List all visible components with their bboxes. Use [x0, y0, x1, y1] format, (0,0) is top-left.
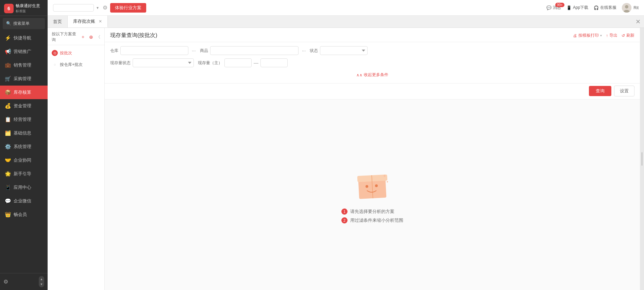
breadcrumb-input[interactable]: [53, 4, 94, 12]
guide-icon: 🌟: [5, 171, 11, 177]
svg-text:✦: ✦: [383, 173, 387, 179]
inventory-qty-from[interactable]: [224, 58, 252, 67]
hint-num-2: 2: [341, 217, 348, 223]
scroll-down-icon[interactable]: ▼: [40, 282, 43, 287]
sidebar-item-finance[interactable]: 💰 资金管理: [0, 99, 48, 113]
print-dropdown-icon[interactable]: ▾: [600, 34, 602, 37]
plan-item-by-batch[interactable]: ⊙ 按批次: [48, 47, 104, 59]
refresh-btn[interactable]: ↺ 刷新: [622, 33, 634, 38]
main-area: ▾ ⚙ 体验行业方案 💬 消息 99+ 📱 App下载 🎧 在线客服: [48, 0, 644, 290]
right-panel: 现存量查询(按批次) 🖨 按模板打印 ▾ ↑ 导出 ↺: [105, 28, 640, 290]
export-btn[interactable]: ↑ 导出: [606, 33, 617, 38]
tab-close-all-icon[interactable]: ✕: [635, 18, 641, 25]
download-icon: 📱: [566, 5, 572, 10]
product-input[interactable]: [210, 46, 299, 55]
collapse-panel-icon[interactable]: 《: [96, 34, 100, 40]
sidebar-item-label: 基础信息: [14, 130, 31, 136]
messages-badge: 99+: [555, 3, 564, 7]
inventory-status-filter: 现存量状态: [110, 58, 194, 67]
collapse-more-btn[interactable]: ∧∧ 收起更多条件: [110, 71, 634, 79]
topbar: ▾ ⚙ 体验行业方案 💬 消息 99+ 📱 App下载 🎧 在线客服: [48, 0, 644, 16]
warehouse-input[interactable]: [120, 46, 188, 55]
left-panel-icons: ＋ ⊕ 《: [80, 34, 100, 40]
sidebar-scroll-control: ▲ ▼: [39, 276, 44, 287]
query-button[interactable]: 查询: [589, 86, 611, 96]
filter-row-1: 仓库 ··· 商品 ··· 状态: [110, 46, 634, 55]
settings-icon[interactable]: ⚙: [3, 278, 8, 285]
online-service-action[interactable]: 🎧 在线客服: [594, 5, 616, 11]
scroll-up-icon[interactable]: ▲: [40, 277, 43, 282]
sidebar-item-label: 新手引导: [14, 171, 31, 177]
filter-row-2: 现存量状态 现存量（主） —: [110, 58, 634, 67]
tab-inventory-batch[interactable]: 库存批次账 ✕: [68, 16, 108, 28]
inventory-qty-to[interactable]: [260, 58, 288, 67]
sidebar-item-guide[interactable]: 🌟 新手引导: [0, 167, 48, 181]
sidebar-item-system[interactable]: ⚙️ 系统管理: [0, 140, 48, 153]
sidebar-item-label: 应用中心: [14, 184, 31, 191]
user-menu[interactable]: Rit: [622, 3, 639, 13]
app-title: 畅康通好生意: [16, 3, 40, 9]
tab-inventory-batch-label: 库存批次账: [73, 18, 95, 24]
product-more-icon[interactable]: ···: [302, 48, 306, 53]
chevron-down-icon[interactable]: ▾: [97, 5, 99, 10]
sidebar-item-purchase[interactable]: 🛒 采购管理: [0, 72, 48, 86]
user-name: Rit: [633, 5, 639, 10]
sidebar-nav: ⚡ 快捷导航 📢 营销推广 💼 销售管理 🛒 采购管理 📦 库存核算 💰: [0, 31, 48, 273]
search-menu-item[interactable]: 🔍 搜索菜单: [3, 18, 45, 29]
range-dash: —: [254, 60, 258, 66]
sidebar-item-basic[interactable]: 🗂️ 基础信息: [0, 126, 48, 140]
sidebar-item-enterprise[interactable]: 🤝 企业协同: [0, 153, 48, 167]
sidebar-item-member[interactable]: 👑 畅会员: [0, 208, 48, 221]
avatar: [622, 3, 631, 13]
sidebar-item-inventory[interactable]: 📦 库存核算: [0, 86, 48, 99]
sidebar-item-operations[interactable]: 📋 经营管理: [0, 113, 48, 126]
warehouse-more-icon[interactable]: ···: [192, 48, 196, 53]
app-download-label: App下载: [573, 5, 588, 11]
export-icon: ↑: [606, 33, 608, 38]
page-title: 现存量查询(按批次): [110, 32, 157, 39]
gear-icon[interactable]: ⚙: [103, 4, 107, 11]
print-btn[interactable]: 🖨 按模板打印 ▾: [573, 33, 602, 38]
tab-bar: 首页 库存批次账 ✕ ✕: [48, 16, 644, 28]
sidebar-item-label: 资金管理: [14, 103, 31, 109]
settings-plan-icon[interactable]: ⊕: [88, 34, 94, 40]
filter-area: 仓库 ··· 商品 ··· 状态: [105, 42, 640, 84]
settings-button[interactable]: 设置: [614, 86, 634, 96]
finance-icon: 💰: [5, 103, 11, 109]
svg-point-1: [625, 5, 628, 8]
app-download-action[interactable]: 📱 App下载: [566, 5, 588, 11]
plan-item-by-warehouse-batch[interactable]: ○ 按仓库+批次: [48, 59, 104, 70]
empty-hints: 1 请先选择要分析的方案 2 用过滤条件来缩小分析范围: [341, 209, 403, 226]
product-label: 商品: [200, 48, 208, 54]
status-select[interactable]: [320, 46, 368, 55]
scrollbar-handle: [641, 152, 643, 166]
collapse-label: 收起更多条件: [364, 72, 388, 78]
sidebar-bottom: ⚙ ▲ ▼: [0, 273, 48, 290]
sidebar-item-quick-nav[interactable]: ⚡ 快捷导航: [0, 31, 48, 45]
add-plan-icon[interactable]: ＋: [80, 34, 86, 40]
tab-home[interactable]: 首页: [48, 16, 68, 28]
svg-point-6: [366, 185, 368, 188]
empty-icon: ✦ ✦: [352, 163, 393, 201]
marketing-icon: 📢: [5, 49, 11, 55]
refresh-label: 刷新: [626, 33, 634, 38]
basic-icon: 🗂️: [5, 130, 11, 136]
right-edge-scrollbar[interactable]: [640, 28, 644, 290]
sidebar-item-marketing[interactable]: 📢 营销推广: [0, 45, 48, 58]
sidebar-item-app-center[interactable]: 📱 应用中心: [0, 181, 48, 194]
app-logo: 6: [4, 4, 14, 13]
enterprise-icon: 🤝: [5, 157, 11, 163]
sidebar-item-sales[interactable]: 💼 销售管理: [0, 58, 48, 72]
headset-icon: 🎧: [594, 5, 599, 10]
app-center-icon: 📱: [5, 184, 11, 191]
export-label: 导出: [609, 33, 617, 38]
inventory-status-select[interactable]: [133, 58, 194, 67]
sidebar-item-wechat[interactable]: 💬 企业微信: [0, 194, 48, 208]
messages-action[interactable]: 💬 消息 99+: [546, 5, 561, 11]
print-label: 按模板打印: [578, 33, 599, 38]
app-subtitle: 标准版: [16, 9, 40, 14]
experience-btn[interactable]: 体验行业方案: [110, 3, 146, 13]
tab-close-icon[interactable]: ✕: [99, 19, 102, 24]
status-label: 状态: [310, 48, 318, 54]
sidebar-item-label: 销售管理: [14, 62, 31, 68]
